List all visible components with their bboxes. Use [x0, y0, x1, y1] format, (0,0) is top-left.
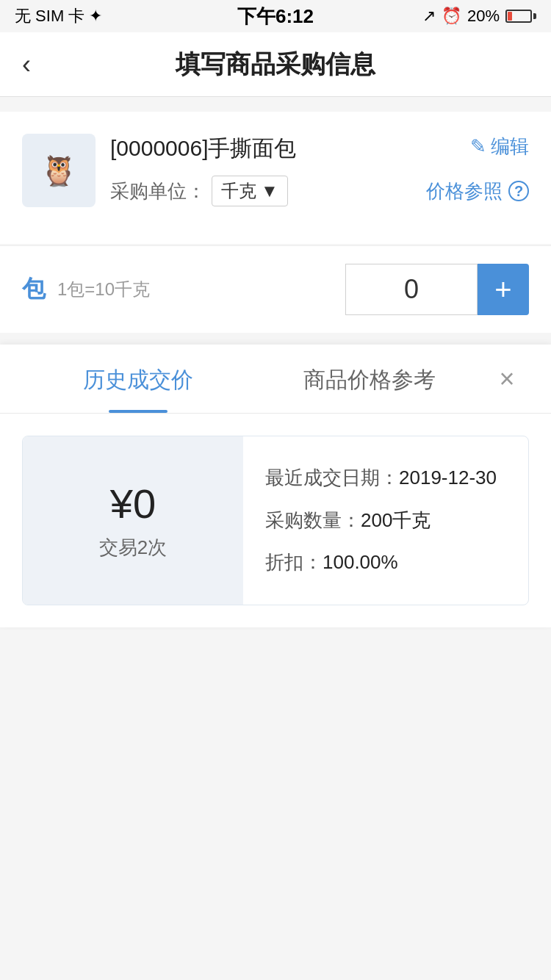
status-right: ↗ ⏰ 20% — [422, 7, 536, 26]
product-info: [0000006]手撕面包 ✎ 编辑 采购单位： 千克 ▼ 价格参照 ? — [110, 134, 529, 206]
status-bar: 无 SIM 卡 ✦ 下午6:12 ↗ ⏰ 20% — [0, 0, 551, 32]
owl-icon: 🦉 — [40, 156, 77, 185]
product-card: 🦉 [0000006]手撕面包 ✎ 编辑 采购单位： 千克 ▼ — [0, 112, 551, 244]
discount-row: 折扣：100.00% — [265, 547, 506, 578]
price-reference-button[interactable]: 价格参照 ? — [426, 179, 529, 204]
product-logo: 🦉 — [22, 134, 96, 207]
quantity-row: 采购数量：200千克 — [265, 505, 506, 536]
quantity-input[interactable] — [345, 264, 478, 315]
battery-percent: 20% — [467, 7, 500, 26]
price-ref-label: 价格参照 — [426, 179, 503, 204]
discount-label: 折扣： — [265, 551, 323, 573]
price-value: 0 — [133, 480, 156, 527]
price-card: ¥0 交易2次 最近成交日期：2019-12-30 采购数量：200千克 折扣：… — [22, 436, 529, 605]
bao-unit-char: 包 — [22, 273, 46, 306]
edit-icon: ✎ — [470, 135, 486, 158]
dropdown-arrow-icon: ▼ — [261, 181, 278, 201]
page-title: 填写商品采购信息 — [176, 48, 375, 82]
tab-price-reference[interactable]: 商品价格参考 — [253, 345, 485, 413]
quantity-detail-value: 200千克 — [361, 509, 431, 531]
currency-symbol: ¥ — [110, 480, 133, 527]
edit-label: 编辑 — [491, 134, 529, 159]
unit-label: 采购单位： — [110, 179, 206, 204]
price-amount: ¥0 — [110, 480, 156, 527]
recent-date-label: 最近成交日期： — [265, 466, 399, 489]
price-card-right: 最近成交日期：2019-12-30 采购数量：200千克 折扣：100.00% — [243, 436, 528, 605]
product-name-row: [0000006]手撕面包 ✎ 编辑 — [110, 134, 529, 164]
status-time: 下午6:12 — [237, 4, 314, 29]
status-left: 无 SIM 卡 ✦ — [15, 5, 102, 27]
quantity-section: 包 1包=10千克 + — [0, 245, 551, 333]
price-card-container: ¥0 交易2次 最近成交日期：2019-12-30 采购数量：200千克 折扣：… — [0, 414, 551, 627]
unit-dropdown[interactable]: 千克 ▼ — [212, 176, 288, 206]
help-icon: ? — [508, 181, 529, 201]
recent-date-row: 最近成交日期：2019-12-30 — [265, 463, 506, 494]
discount-value: 100.00% — [323, 551, 398, 573]
bottom-panel: 历史成交价 商品价格参考 × ¥0 交易2次 最近成交日期：2019-12-30… — [0, 345, 551, 627]
unit-value: 千克 — [221, 179, 256, 203]
tabs: 历史成交价 商品价格参考 × — [0, 345, 551, 414]
product-header: 🦉 [0000006]手撕面包 ✎ 编辑 采购单位： 千克 ▼ — [22, 134, 529, 207]
edit-button[interactable]: ✎ 编辑 — [470, 134, 529, 159]
product-name: [0000006]手撕面包 — [110, 134, 470, 164]
recent-date-value: 2019-12-30 — [399, 466, 497, 489]
nav-bar: ‹ 填写商品采购信息 — [0, 32, 551, 97]
alarm-icon: ⏰ — [442, 7, 461, 26]
product-unit-row: 采购单位： 千克 ▼ 价格参照 ? — [110, 176, 529, 206]
back-button[interactable]: ‹ — [22, 49, 66, 80]
tab-history-price[interactable]: 历史成交价 — [22, 345, 253, 413]
battery-indicator — [505, 10, 536, 23]
quantity-plus-button[interactable]: + — [478, 264, 529, 315]
location-icon: ↗ — [422, 7, 436, 26]
close-panel-button[interactable]: × — [485, 357, 529, 401]
sim-label: 无 SIM 卡 ✦ — [15, 5, 102, 27]
quantity-input-group: + — [345, 264, 529, 315]
price-card-left: ¥0 交易2次 — [23, 436, 243, 605]
quantity-detail-label: 采购数量： — [265, 509, 361, 531]
quantity-label: 包 1包=10千克 — [22, 273, 150, 306]
bao-ratio-label: 1包=10千克 — [57, 278, 150, 301]
transaction-count: 交易2次 — [99, 535, 167, 561]
